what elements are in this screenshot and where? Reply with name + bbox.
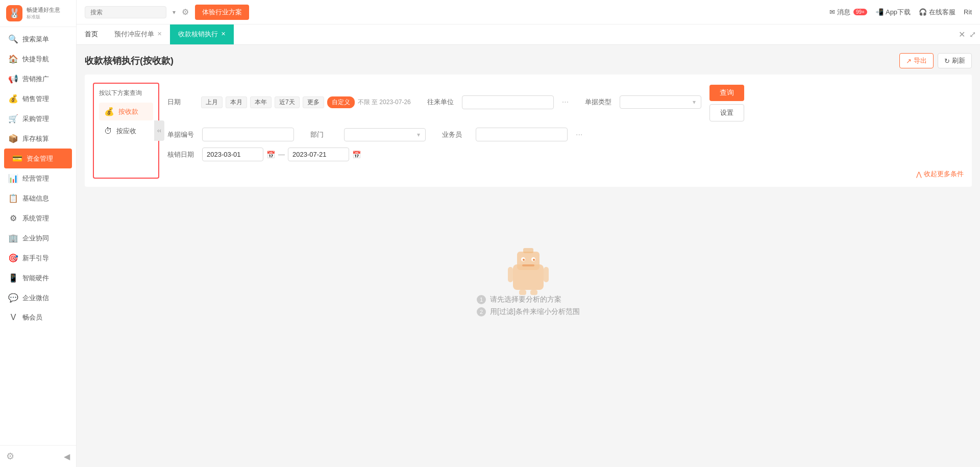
doc-no-label: 单据编号 xyxy=(167,130,194,139)
svg-rect-2 xyxy=(523,248,533,253)
sidebar-label-finance: 资金管理 xyxy=(27,154,53,163)
industry-solution-button[interactable]: 体验行业方案 xyxy=(195,5,249,20)
sidebar-item-inventory[interactable]: 📦 库存核算 xyxy=(0,129,76,149)
refresh-button[interactable]: ↻ 刷新 xyxy=(938,53,972,68)
sidebar-label-guide: 新手引导 xyxy=(22,254,49,263)
date-last-month[interactable]: 上月 xyxy=(201,96,223,108)
smarthw-icon: 📱 xyxy=(8,273,18,283)
sidebar-item-basicinfo[interactable]: 📋 基础信息 xyxy=(0,188,76,208)
staff-dots-icon[interactable]: ··· xyxy=(576,130,582,139)
sidebar-nav: 🔍 搜索菜单 🏠 快捷导航 📢 营销推广 💰 销售管理 🛒 采购管理 📦 库存核… xyxy=(0,27,76,445)
date-custom[interactable]: 自定义 xyxy=(327,96,355,108)
empty-illustration xyxy=(498,234,559,295)
verify-date-range: 📅 — 📅 xyxy=(202,148,361,161)
logo-area: 🐰 畅捷通好生意 标准版 xyxy=(0,0,76,27)
logo-name: 畅捷通好生意 xyxy=(27,6,60,13)
collapse-panel-button[interactable]: ‹‹ xyxy=(154,120,164,141)
svg-rect-9 xyxy=(544,267,549,282)
system-icon: ⚙ xyxy=(8,213,18,223)
user-name[interactable]: Rit xyxy=(964,8,972,16)
svg-point-5 xyxy=(523,259,525,261)
verify-date-end-input[interactable] xyxy=(288,148,349,161)
tab-receipt-label: 收款核销执行 xyxy=(178,30,218,39)
verify-date-start-input[interactable] xyxy=(202,148,263,161)
tab-receipt-verify[interactable]: 收款核销执行 ✕ xyxy=(170,24,234,44)
collapse-more-button[interactable]: ⋀ 收起更多条件 xyxy=(916,167,964,179)
staff-input[interactable] xyxy=(476,128,568,141)
sidebar-item-search[interactable]: 🔍 搜索菜单 xyxy=(0,29,76,49)
dept-select[interactable]: ▾ xyxy=(344,128,426,141)
doc-type-select[interactable]: ▾ xyxy=(620,95,701,109)
topbar-search-input[interactable] xyxy=(85,6,166,18)
date-this-year[interactable]: 本年 xyxy=(250,96,272,108)
tabbar: 首页 预付冲应付单 ✕ 收款核销执行 ✕ ✕ ⤢ xyxy=(77,24,980,45)
sidebar-item-vip[interactable]: V 畅会员 xyxy=(0,308,76,327)
logo-text-group: 畅捷通好生意 标准版 xyxy=(27,6,60,20)
sidebar-item-purchase[interactable]: 🛒 采购管理 xyxy=(0,109,76,129)
collapse-sidebar-icon[interactable]: ◀ xyxy=(64,452,70,461)
date-range-text: 不限 至 2023-07-26 xyxy=(358,98,411,107)
online-service-button[interactable]: 🎧 在线客服 xyxy=(919,8,955,17)
app-label: App下载 xyxy=(886,8,911,17)
doc-type-label: 单据类型 xyxy=(585,97,611,107)
dept-arrow-icon: ▾ xyxy=(417,131,420,138)
tab-prepay-close-icon[interactable]: ✕ xyxy=(157,31,162,37)
tab-home-label: 首页 xyxy=(85,30,98,39)
filter-row-collapse: ⋀ 收起更多条件 xyxy=(167,167,964,179)
page-actions: ↗ 导出 ↻ 刷新 xyxy=(899,53,972,68)
sidebar-label-inventory: 库存核算 xyxy=(22,134,49,143)
topbar-right: ✉ 消息 99+ 📲 App下载 🎧 在线客服 Rit xyxy=(829,8,972,17)
query-by-receivable[interactable]: ⏱ 按应收 xyxy=(99,122,153,140)
sidebar-label-basicinfo: 基础信息 xyxy=(22,194,49,203)
sidebar-item-sales[interactable]: 💰 销售管理 xyxy=(0,89,76,109)
receivable-icon: ⏱ xyxy=(104,127,112,136)
topbar-chevron-icon[interactable]: ▾ xyxy=(173,9,176,16)
sidebar-item-wecom[interactable]: 💬 企业微信 xyxy=(0,288,76,308)
vip-icon: V xyxy=(8,313,18,322)
topbar-gear-icon[interactable]: ⚙ xyxy=(182,7,189,17)
maximize-tab-icon[interactable]: ⤢ xyxy=(969,30,976,39)
receipt-icon: 💰 xyxy=(104,107,114,116)
date-7days[interactable]: 近7天 xyxy=(275,96,300,108)
sidebar-label-sales: 销售管理 xyxy=(22,94,49,104)
sidebar-label-smarthw: 智能硬件 xyxy=(22,274,49,283)
purchase-icon: 🛒 xyxy=(8,114,18,124)
staff-label: 业务员 xyxy=(442,130,468,139)
app-download-button[interactable]: 📲 App下载 xyxy=(875,8,911,17)
sidebar-item-finance[interactable]: 💳 资金管理 xyxy=(4,149,72,168)
verify-date-end-calendar-icon[interactable]: 📅 xyxy=(352,151,361,159)
hint-text-2: 用[过滤]条件来缩小分析范围 xyxy=(490,307,580,316)
doc-no-input[interactable] xyxy=(202,128,294,141)
query-type-panel: 按以下方案查询 💰 按收款 ⏱ 按应收 ‹‹ xyxy=(93,83,159,179)
date-this-month[interactable]: 本月 xyxy=(226,96,247,108)
message-button[interactable]: ✉ 消息 99+ xyxy=(829,8,867,17)
close-tab-icon[interactable]: ✕ xyxy=(959,30,965,39)
sidebar-item-smarthw[interactable]: 📱 智能硬件 xyxy=(0,268,76,288)
verify-date-start-calendar-icon[interactable]: 📅 xyxy=(266,151,275,159)
message-icon: ✉ xyxy=(829,8,835,16)
query-button[interactable]: 查询 xyxy=(709,85,744,101)
sidebar-item-enterprise[interactable]: 🏢 企业协同 xyxy=(0,228,76,248)
sidebar-item-marketing[interactable]: 📢 营销推广 xyxy=(0,69,76,89)
filter-settings-button[interactable]: 设置 xyxy=(709,104,744,121)
sidebar-item-guide[interactable]: 🎯 新手引导 xyxy=(0,248,76,268)
partner-dots-icon[interactable]: ··· xyxy=(562,97,569,107)
tab-prepay[interactable]: 预付冲应付单 ✕ xyxy=(106,24,170,44)
sidebar-item-system[interactable]: ⚙ 系统管理 xyxy=(0,208,76,228)
date-more[interactable]: 更多 xyxy=(303,96,324,108)
filter-area: 按以下方案查询 💰 按收款 ⏱ 按应收 ‹‹ 日期 上月 本 xyxy=(85,75,972,187)
export-button[interactable]: ↗ 导出 xyxy=(899,53,934,68)
svg-point-6 xyxy=(533,259,535,261)
settings-icon[interactable]: ⚙ xyxy=(6,451,14,462)
sidebar-item-operations[interactable]: 📊 经营管理 xyxy=(0,168,76,188)
query-by-receipt[interactable]: 💰 按收款 xyxy=(99,103,153,120)
tab-receipt-close-icon[interactable]: ✕ xyxy=(221,31,226,37)
tab-home[interactable]: 首页 xyxy=(77,24,106,44)
sidebar-label-search: 搜索菜单 xyxy=(22,35,49,44)
partner-input[interactable] xyxy=(462,95,554,109)
query-type-title: 按以下方案查询 xyxy=(99,89,153,97)
filter-row-1: 日期 上月 本月 本年 近7天 更多 自定义 不限 至 2023-07-26 往… xyxy=(167,83,964,121)
sidebar-label-system: 系统管理 xyxy=(22,214,49,223)
sidebar-item-quicknav[interactable]: 🏠 快捷导航 xyxy=(0,49,76,69)
inventory-icon: 📦 xyxy=(8,134,18,143)
